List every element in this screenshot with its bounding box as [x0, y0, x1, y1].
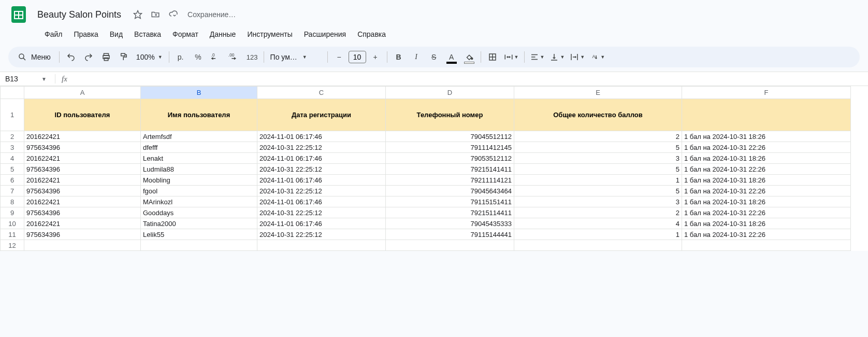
cell[interactable]: 975634396	[24, 186, 141, 196]
undo-button[interactable]	[63, 49, 79, 65]
cell[interactable]: 201622421	[24, 218, 141, 229]
cell[interactable]: 1	[514, 175, 682, 186]
menu-tools[interactable]: Инструменты	[242, 28, 297, 40]
cell[interactable]	[386, 240, 514, 251]
cell[interactable]: dfefff	[141, 142, 257, 153]
row-header[interactable]: 4	[1, 153, 24, 164]
row-header[interactable]: 9	[1, 207, 24, 218]
cell[interactable]: 1 бал на 2024-10-31 18:26	[682, 153, 851, 164]
cell[interactable]: 79045512112	[386, 131, 514, 142]
decrease-font-size-button[interactable]: −	[331, 49, 348, 65]
sheets-logo[interactable]	[8, 4, 29, 25]
menus-search[interactable]: Меню	[13, 49, 56, 65]
column-header-B[interactable]: B	[141, 87, 257, 99]
cell[interactable]: 2024-10-31 22:25:12	[257, 164, 386, 175]
cell[interactable]: 1 бал на 2024-10-31 22:26	[682, 229, 851, 240]
increase-decimal-button[interactable]: .00	[225, 49, 243, 65]
menu-help[interactable]: Справка	[352, 28, 391, 40]
strikethrough-button[interactable]: S	[426, 49, 442, 65]
cell[interactable]: 2024-10-31 22:25:12	[257, 229, 386, 240]
cell[interactable]: Lelik55	[141, 229, 257, 240]
cell[interactable]	[514, 240, 682, 251]
document-title[interactable]: Beauty Salon Points	[34, 8, 124, 21]
menu-edit[interactable]: Правка	[68, 28, 103, 40]
cell[interactable]: 1 бал на 2024-10-31 22:26	[682, 186, 851, 196]
cell[interactable]: 2	[514, 207, 682, 218]
star-icon[interactable]	[133, 9, 143, 20]
cell[interactable]: Moobling	[141, 175, 257, 186]
cell[interactable]	[24, 240, 141, 251]
zoom-select[interactable]: 100% ▼	[133, 53, 166, 61]
menu-extensions[interactable]: Расширения	[299, 28, 351, 40]
cell[interactable]: 5	[514, 142, 682, 153]
percent-button[interactable]: %	[190, 49, 207, 65]
menu-file[interactable]: Файл	[39, 28, 67, 40]
increase-font-size-button[interactable]: +	[367, 49, 384, 65]
cell[interactable]: 201622421	[24, 175, 141, 186]
vertical-align-button[interactable]: ▼	[547, 49, 567, 65]
cell[interactable]: MArinkozl	[141, 196, 257, 207]
cell[interactable]	[257, 240, 386, 251]
column-header-A[interactable]: A	[24, 87, 141, 99]
spreadsheet-grid[interactable]: A B C D E F 1 ID пользователя Имя пользо…	[0, 86, 868, 251]
cell[interactable]: 2024-10-31 22:25:12	[257, 142, 386, 153]
cell[interactable]: 1 бал на 2024-10-31 22:26	[682, 164, 851, 175]
row-header[interactable]: 2	[1, 131, 24, 142]
cell[interactable]: 5	[514, 164, 682, 175]
cell[interactable]: 975634396	[24, 229, 141, 240]
header-cell[interactable]	[682, 99, 851, 131]
currency-button[interactable]: р.	[172, 49, 189, 65]
formula-input[interactable]	[70, 72, 868, 86]
row-header[interactable]: 11	[1, 229, 24, 240]
header-cell[interactable]: ID пользователя	[24, 99, 141, 131]
paint-format-button[interactable]	[115, 49, 132, 65]
header-cell[interactable]: Дата регистрации	[257, 99, 386, 131]
header-cell[interactable]: Общее количество баллов	[514, 99, 682, 131]
cell[interactable]: 2024-11-01 06:17:46	[257, 175, 386, 186]
cloud-status-icon[interactable]	[168, 9, 178, 20]
cell[interactable]: 3	[514, 153, 682, 164]
text-rotation-button[interactable]: A ▼	[588, 49, 607, 65]
text-color-button[interactable]: A	[443, 49, 460, 65]
menu-insert[interactable]: Вставка	[129, 28, 166, 40]
print-button[interactable]	[98, 49, 114, 65]
cell[interactable]: 5	[514, 186, 682, 196]
cell[interactable]: 1 бал на 2024-10-31 18:26	[682, 131, 851, 142]
cell[interactable]: 79111412145	[386, 142, 514, 153]
move-folder-icon[interactable]	[150, 9, 161, 20]
cell[interactable]: Ludmila88	[141, 164, 257, 175]
row-header[interactable]: 8	[1, 196, 24, 207]
cell[interactable]: 79045643464	[386, 186, 514, 196]
cell[interactable]: 975634396	[24, 207, 141, 218]
cell[interactable]: Lenakt	[141, 153, 257, 164]
header-cell[interactable]: Телефонный номер	[386, 99, 514, 131]
row-header-1[interactable]: 1	[1, 99, 24, 131]
fx-icon[interactable]: fx	[59, 75, 70, 83]
menu-data[interactable]: Данные	[205, 28, 241, 40]
number-format-button[interactable]: 123	[244, 49, 261, 65]
column-header-D[interactable]: D	[386, 87, 514, 99]
menu-format[interactable]: Формат	[167, 28, 204, 40]
row-header[interactable]: 10	[1, 218, 24, 229]
cell[interactable]: Artemfsdf	[141, 131, 257, 142]
font-size-input[interactable]	[349, 51, 366, 63]
bold-button[interactable]: B	[390, 49, 407, 65]
cell[interactable]: 2024-11-01 06:17:46	[257, 131, 386, 142]
cell[interactable]: 2024-10-31 22:25:12	[257, 207, 386, 218]
cell[interactable]: 201622421	[24, 131, 141, 142]
name-box[interactable]: B13 ▼	[0, 72, 52, 86]
cell[interactable]: 79053512112	[386, 153, 514, 164]
cell[interactable]	[141, 240, 257, 251]
cell[interactable]: 2024-11-01 06:17:46	[257, 153, 386, 164]
cell[interactable]: 1 бал на 2024-10-31 18:26	[682, 218, 851, 229]
row-header[interactable]: 5	[1, 164, 24, 175]
cell[interactable]	[682, 240, 851, 251]
cell[interactable]: 1	[514, 229, 682, 240]
cell[interactable]: 1 бал на 2024-10-31 18:26	[682, 196, 851, 207]
cell[interactable]: Gooddays	[141, 207, 257, 218]
column-header-F[interactable]: F	[682, 87, 851, 99]
cell[interactable]: 79215141411	[386, 164, 514, 175]
cell[interactable]: 79215114411	[386, 207, 514, 218]
text-wrap-button[interactable]: ▼	[568, 49, 587, 65]
cell[interactable]: 3	[514, 196, 682, 207]
